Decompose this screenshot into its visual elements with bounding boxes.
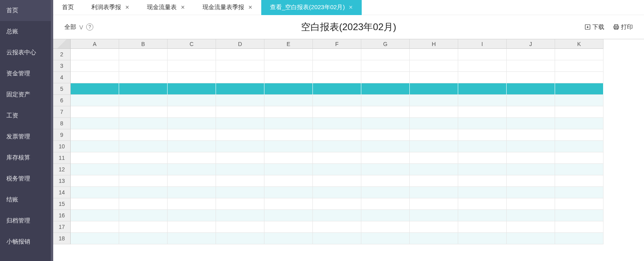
close-icon[interactable]: ✕ [248, 4, 253, 10]
cell[interactable] [555, 164, 604, 175]
cell[interactable] [168, 72, 216, 83]
cell[interactable] [410, 49, 458, 60]
cell[interactable] [555, 233, 604, 244]
cell[interactable] [410, 221, 458, 233]
column-header[interactable]: F [313, 39, 361, 49]
cell[interactable] [168, 118, 216, 129]
cell[interactable] [313, 49, 361, 60]
cell[interactable] [313, 118, 361, 129]
cell[interactable] [119, 95, 168, 106]
cell[interactable] [168, 83, 216, 95]
cell[interactable] [168, 129, 216, 141]
cell[interactable] [119, 221, 168, 233]
cell[interactable] [71, 210, 119, 221]
tab-1[interactable]: 利润表季报✕ [83, 0, 138, 15]
cell[interactable] [216, 118, 264, 129]
cell[interactable] [71, 152, 119, 164]
cell[interactable] [507, 187, 555, 198]
download-button[interactable]: 下载 [584, 23, 604, 31]
cell[interactable] [264, 164, 313, 175]
cell[interactable] [361, 187, 410, 198]
column-header[interactable]: G [361, 39, 410, 49]
cell[interactable] [119, 198, 168, 210]
cell[interactable] [168, 187, 216, 198]
cell[interactable] [555, 95, 604, 106]
close-icon[interactable]: ✕ [125, 4, 129, 10]
cell[interactable] [216, 60, 264, 72]
tab-2[interactable]: 现金流量表✕ [138, 0, 194, 15]
cell[interactable] [458, 187, 507, 198]
cell[interactable] [168, 141, 216, 152]
cell[interactable] [119, 233, 168, 244]
cell[interactable] [71, 164, 119, 175]
row-header[interactable]: 16 [53, 210, 71, 221]
cell[interactable] [555, 106, 604, 118]
cell[interactable] [71, 129, 119, 141]
cell[interactable] [264, 152, 313, 164]
tab-4[interactable]: 查看_空白报表(2023年02月)✕ [261, 0, 362, 15]
cell[interactable] [507, 83, 555, 95]
cell[interactable] [264, 198, 313, 210]
cell[interactable] [507, 141, 555, 152]
cell[interactable] [458, 95, 507, 106]
cell[interactable] [361, 129, 410, 141]
cell[interactable] [410, 72, 458, 83]
cell[interactable] [168, 49, 216, 60]
cell[interactable] [119, 106, 168, 118]
cell[interactable] [119, 175, 168, 187]
row-header[interactable]: 4 [53, 72, 71, 83]
cell[interactable] [410, 118, 458, 129]
cell[interactable] [410, 106, 458, 118]
cell[interactable] [555, 187, 604, 198]
cell[interactable] [119, 129, 168, 141]
cell[interactable] [119, 164, 168, 175]
cell[interactable] [264, 49, 313, 60]
sidebar-item-archive[interactable]: 归档管理 [0, 210, 51, 231]
cell[interactable] [507, 118, 555, 129]
cell[interactable] [313, 198, 361, 210]
cell[interactable] [119, 72, 168, 83]
cell[interactable] [71, 141, 119, 152]
cell[interactable] [507, 60, 555, 72]
cell[interactable] [507, 129, 555, 141]
cell[interactable] [361, 49, 410, 60]
cell[interactable] [313, 233, 361, 244]
cell[interactable] [264, 210, 313, 221]
column-header[interactable]: E [264, 39, 313, 49]
cell[interactable] [264, 118, 313, 129]
cell[interactable] [555, 221, 604, 233]
cell[interactable] [71, 118, 119, 129]
cell[interactable] [361, 95, 410, 106]
cell[interactable] [216, 152, 264, 164]
column-header[interactable]: B [119, 39, 168, 49]
sidebar-item-invoice[interactable]: 发票管理 [0, 126, 51, 147]
cell[interactable] [264, 221, 313, 233]
cell[interactable] [216, 95, 264, 106]
cell[interactable] [216, 141, 264, 152]
cell[interactable] [458, 175, 507, 187]
cell[interactable] [507, 106, 555, 118]
cell[interactable] [458, 221, 507, 233]
cell[interactable] [458, 233, 507, 244]
cell[interactable] [410, 60, 458, 72]
cell[interactable] [71, 60, 119, 72]
select-all-corner[interactable] [53, 39, 71, 49]
row-header[interactable]: 9 [53, 129, 71, 141]
sidebar-item-inventory[interactable]: 库存核算 [0, 147, 51, 168]
cell[interactable] [410, 83, 458, 95]
cell[interactable] [313, 187, 361, 198]
cell[interactable] [313, 106, 361, 118]
cell[interactable] [264, 175, 313, 187]
cell[interactable] [168, 210, 216, 221]
sidebar-item-cloud-report[interactable]: 云报表中心 [0, 42, 51, 63]
cell[interactable] [361, 175, 410, 187]
cell[interactable] [555, 175, 604, 187]
sidebar-item-ledger[interactable]: 总账 [0, 21, 51, 42]
cell[interactable] [264, 141, 313, 152]
cell[interactable] [361, 60, 410, 72]
cell[interactable] [313, 221, 361, 233]
row-header[interactable]: 7 [53, 106, 71, 118]
cell[interactable] [168, 198, 216, 210]
cell[interactable] [119, 118, 168, 129]
row-header[interactable]: 5 [53, 83, 71, 95]
